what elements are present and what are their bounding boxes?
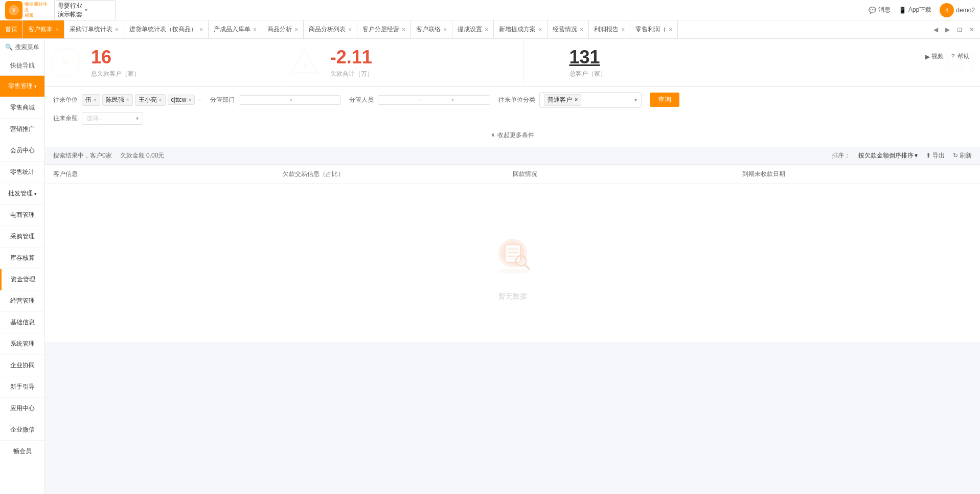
col-header-payment: 回款情况 [513, 170, 742, 178]
sort-select[interactable]: 按欠款金额倒序排序 ▾ [858, 151, 918, 160]
close-tab-business[interactable]: × [580, 26, 583, 33]
card-icon-pink: ✦ [289, 47, 320, 78]
balance-filter-select[interactable]: 选择... ▾ [82, 112, 143, 125]
svg-text:¥: ¥ [12, 8, 15, 13]
unit-filter-more[interactable]: ··· [197, 96, 202, 103]
sidebar-item-member[interactable]: 会员中心 [0, 140, 44, 162]
close-tab-product-analysis-list[interactable]: × [348, 26, 352, 33]
total-customers-label: 总欠款客户（家） [91, 70, 140, 78]
video-button[interactable]: ▶ 视频 [925, 52, 944, 61]
sidebar-item-inventory[interactable]: 库存核算 [0, 248, 44, 269]
tab-product-analysis-list[interactable]: 商品分析列表 × [304, 20, 357, 39]
result-actions: 排序： 按欠款金额倒序排序 ▾ ⬆ 导出 ↻ 刷新 [832, 151, 972, 160]
app-download-button[interactable]: 📱 App下载 [899, 6, 931, 14]
tab-product-analysis[interactable]: 商品分析 × [262, 20, 304, 39]
sidebar-item-operations[interactable]: 经营管理 [0, 290, 44, 312]
refresh-button[interactable]: ↻ 刷新 [953, 151, 972, 160]
sidebar-item-app-center[interactable]: 应用中心 [0, 398, 44, 419]
tab-retail-profit[interactable]: 零售利润（ × [630, 20, 678, 39]
tab-restore[interactable]: ⊡ [954, 25, 965, 34]
col-header-debt: 欠款交易信息（占比） [283, 170, 512, 178]
close-tab-product-analysis[interactable]: × [294, 26, 298, 33]
sidebar-item-wechat[interactable]: 企业微信 [0, 419, 44, 441]
close-tab-customer-contact[interactable]: × [443, 26, 447, 33]
sidebar-item-retail-stats[interactable]: 零售统计 [0, 162, 44, 183]
close-tab-retail-profit[interactable]: × [669, 26, 672, 33]
tab-scroll-left[interactable]: ◀ [931, 25, 941, 34]
dept-filter-select[interactable]: ▾ [239, 95, 341, 105]
user-avatar[interactable]: d demo2 [940, 3, 975, 17]
tab-purchase-orders[interactable]: 采购订单统计表 × [64, 20, 124, 39]
svg-rect-17 [505, 244, 520, 262]
logo-icon: ¥ [5, 1, 22, 19]
empty-state: 暂无数据 [45, 184, 980, 342]
tab-customer-tier[interactable]: 客户分层经营 × [357, 20, 411, 39]
remove-category-normal[interactable]: × [574, 96, 578, 103]
tab-product-inbound[interactable]: 产成品入库单 × [209, 20, 262, 39]
content-area: ¥ 16 总欠款客户（家） ✦ -2.11 欠款合计（ [45, 39, 980, 494]
tab-promotion-settings[interactable]: 提成设置 × [452, 20, 494, 39]
account-select[interactable]: 母婴行业演示帐套 ▾ [54, 0, 116, 20]
sidebar-item-premium[interactable]: 畅会员 [0, 441, 44, 462]
unit-tag-wang: 王小亮 × [135, 94, 166, 106]
tab-incoming-stats[interactable]: 进货单统计表（按商品） × [124, 20, 209, 39]
close-tab-customer-tier[interactable]: × [402, 26, 405, 33]
query-button[interactable]: 查询 [650, 93, 679, 107]
unit-filter-tags: 伍 × 陈民强 × 王小亮 × cjttcw × ··· [82, 94, 202, 106]
debt-total-label: 欠款合计（万） [330, 70, 373, 78]
filter-row-1: 往来单位 伍 × 陈民强 × 王小亮 × cjttcw [53, 92, 972, 108]
sidebar-item-purchase[interactable]: 采购管理 [0, 226, 44, 248]
all-customers-label: 总客户（家） [569, 70, 606, 78]
sidebar-item-system[interactable]: 系统管理 [0, 333, 44, 355]
summary-card-total-customers: 131 总客户（家） ▶ 视频 ？ 帮助 [523, 39, 981, 86]
close-tab-inbound[interactable]: × [253, 26, 257, 33]
remove-unit-wu[interactable]: × [94, 97, 97, 103]
tab-business-status[interactable]: 经营情况 × [548, 20, 589, 39]
sort-label: 排序： [832, 151, 850, 160]
tab-close-all[interactable]: ✕ [967, 25, 977, 34]
sidebar-item-ecommerce[interactable]: 电商管理 [0, 205, 44, 226]
remove-unit-wang[interactable]: × [159, 97, 162, 103]
close-tab-customers[interactable]: × [55, 26, 59, 33]
tab-profit-report[interactable]: 利润报告 × [589, 20, 630, 39]
sidebar-item-marketing[interactable]: 营销推广 [0, 119, 44, 140]
tab-new-promotion[interactable]: 新增提成方案 × [494, 20, 548, 39]
sidebar-item-wholesale[interactable]: 批发管理 ▾ [0, 183, 44, 205]
tab-customers[interactable]: 客户账本 × [23, 20, 64, 39]
main-layout: 🔍 搜索菜单 快捷导航 零售管理 ▾ 零售商城 营销推广 会员中心 零售统计 批… [0, 39, 980, 494]
close-tab-incoming[interactable]: × [199, 26, 203, 33]
svg-line-22 [525, 264, 529, 269]
close-tab-purchase[interactable]: × [115, 26, 119, 33]
close-tab-profit[interactable]: × [621, 26, 625, 33]
sidebar-item-retail-mgmt[interactable]: 零售管理 ▾ [0, 76, 44, 97]
app-icon: 📱 [899, 7, 906, 14]
refresh-icon: ↻ [953, 152, 958, 159]
message-button[interactable]: 💬 消息 [869, 6, 891, 14]
person-filter-select[interactable]: ··· ▾ [378, 95, 490, 105]
svg-point-14 [497, 268, 528, 274]
tab-home[interactable]: 首页 [0, 20, 23, 39]
sidebar-item-retail-mall[interactable]: 零售商城 [0, 97, 44, 119]
debt-total-text: 欠款金额 0.00元 [120, 151, 165, 160]
close-tab-new-promotion[interactable]: × [538, 26, 542, 33]
tab-customer-contact[interactable]: 客户联络 × [411, 20, 452, 39]
sort-chevron-icon: ▾ [915, 152, 918, 159]
tab-scroll-right[interactable]: ▶ [943, 25, 952, 34]
search-icon: 🔍 [5, 43, 13, 51]
sidebar-item-capital[interactable]: 资金管理 [0, 269, 44, 290]
remove-unit-cjttcw[interactable]: × [189, 97, 192, 103]
sidebar-item-basic-info[interactable]: 基础信息 [0, 312, 44, 333]
collapse-filters-button[interactable]: ∧ 收起更多条件 [485, 129, 540, 142]
card-icon-yuan: ¥ [50, 47, 81, 78]
export-button[interactable]: ⬆ 导出 [926, 151, 945, 160]
category-filter[interactable]: 普通客户 × ▾ [539, 92, 642, 108]
sidebar-search[interactable]: 🔍 搜索菜单 [0, 39, 44, 56]
sidebar-quick-nav[interactable]: 快捷导航 [0, 56, 44, 76]
sidebar-item-guide[interactable]: 新手引导 [0, 376, 44, 398]
empty-illustration [487, 225, 538, 286]
summary-cards: ¥ 16 总欠款客户（家） ✦ -2.11 欠款合计（ [45, 39, 980, 87]
sidebar-item-enterprise[interactable]: 企业协同 [0, 355, 44, 376]
close-tab-promotion[interactable]: × [485, 26, 488, 33]
remove-unit-chen[interactable]: × [126, 97, 129, 103]
svg-text:¥: ¥ [61, 54, 70, 70]
